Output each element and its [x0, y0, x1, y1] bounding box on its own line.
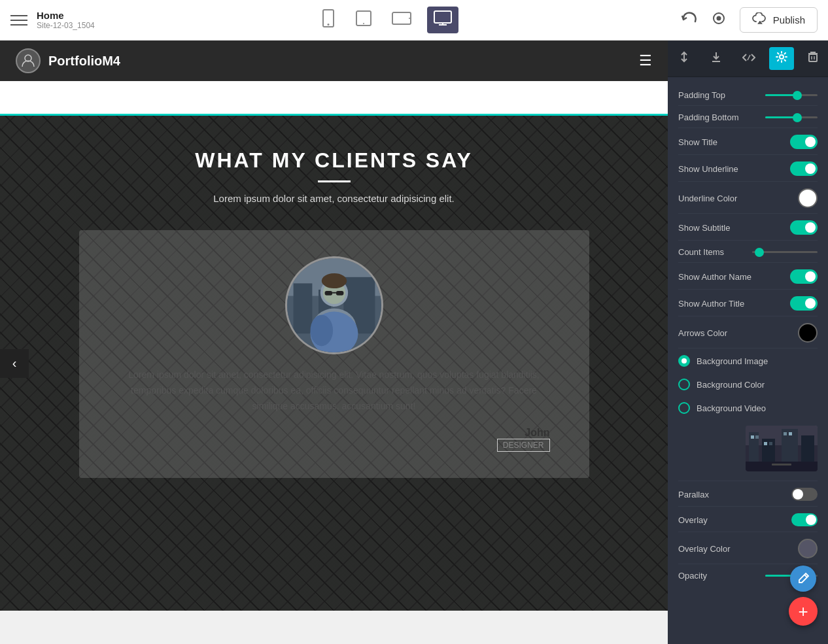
show-title-label: Show Title [678, 137, 790, 147]
padding-top-label: Padding Top [678, 90, 748, 100]
padding-bottom-slider[interactable] [748, 116, 818, 118]
show-subtitle-option: Show Subtitle [678, 215, 818, 241]
svg-rect-41 [755, 435, 759, 439]
overlay-color-swatch[interactable] [798, 539, 818, 558]
show-underline-toggle[interactable] [790, 161, 818, 176]
download-tool-button[interactable] [704, 47, 729, 70]
overlay-color-option: Overlay Color [678, 534, 818, 564]
parallax-toggle[interactable] [791, 488, 818, 501]
edit-fab-button[interactable] [790, 566, 816, 592]
count-items-option: Count Items [678, 242, 818, 263]
author-avatar [285, 256, 383, 354]
svg-rect-21 [336, 291, 343, 296]
add-icon: + [798, 603, 808, 620]
publish-button[interactable]: Publish [740, 7, 818, 33]
hero-section: ‹ WHAT MY CLIENTS SAY Lorem ipsum dolor … [0, 114, 668, 611]
show-author-title-label: Show Author Title [678, 299, 790, 309]
move-tool-button[interactable] [672, 47, 697, 70]
section-title: WHAT MY CLIENTS SAY [195, 148, 472, 173]
count-items-slider[interactable] [752, 251, 818, 253]
padding-top-option: Padding Top [678, 85, 818, 106]
svg-rect-39 [801, 435, 814, 465]
svg-rect-42 [764, 442, 767, 445]
author-title-badge: DESIGNER [497, 439, 550, 452]
bg-video-radio[interactable] [678, 402, 690, 414]
opacity-label: Opacity [678, 571, 748, 581]
count-items-label: Count Items [678, 247, 752, 257]
show-title-option: Show Title [678, 129, 818, 155]
svg-rect-43 [769, 442, 772, 445]
bg-image-label: Background Image [697, 356, 768, 366]
svg-rect-6 [434, 11, 451, 23]
svg-rect-20 [324, 291, 332, 296]
show-subtitle-label: Show Subtitle [678, 223, 790, 233]
bg-thumbnail-container [678, 423, 818, 474]
brand-name: PortfolioM4 [48, 54, 120, 69]
padding-top-slider[interactable] [748, 94, 818, 96]
overlay-color-label: Overlay Color [678, 544, 798, 554]
arrows-color-label: Arrows Color [678, 328, 798, 338]
svg-rect-4 [392, 12, 411, 24]
device-desktop[interactable] [427, 7, 458, 33]
arrows-color-swatch[interactable] [798, 323, 818, 343]
svg-rect-31 [809, 54, 817, 61]
svg-point-1 [327, 24, 329, 25]
code-tool-button[interactable] [736, 48, 762, 69]
page-content: PortfolioM4 ☰ ‹ WHAT MY CLIENTS SAY Lore… [0, 41, 668, 644]
show-author-title-toggle[interactable] [790, 296, 818, 311]
bg-color-radio[interactable] [678, 379, 690, 390]
bg-color-option[interactable]: Background Color [678, 373, 818, 396]
device-mobile[interactable] [317, 5, 339, 35]
svg-point-3 [363, 23, 364, 24]
brand-avatar [16, 48, 41, 73]
overlay-label: Overlay [678, 515, 791, 525]
show-subtitle-toggle[interactable] [790, 220, 818, 235]
top-bar-left: Home Site-12-03_1504 [10, 10, 95, 30]
show-author-name-option: Show Author Name [678, 264, 818, 290]
settings-tool-button[interactable] [769, 47, 794, 70]
device-tablet-landscape[interactable] [388, 7, 415, 33]
author-name: John [118, 427, 550, 439]
panel-toolbar [668, 41, 828, 77]
overlay-option: Overlay [678, 508, 818, 532]
show-author-name-label: Show Author Name [678, 272, 790, 282]
device-tablet[interactable] [351, 6, 376, 34]
svg-rect-46 [746, 462, 818, 471]
bg-image-radio[interactable] [678, 355, 690, 367]
site-nav-brand: PortfolioM4 [16, 48, 120, 73]
nav-hamburger-icon[interactable]: ☰ [639, 52, 652, 69]
preview-button[interactable] [710, 11, 728, 29]
bg-video-option[interactable]: Background Video [678, 397, 818, 419]
bg-image-option[interactable]: Background Image [678, 350, 818, 372]
testimonial-card: Lorem ipsum dolor sit amet, consectetur … [79, 230, 589, 478]
right-panel: Padding Top Padding Bottom [668, 41, 828, 644]
delete-tool-button[interactable] [801, 47, 825, 70]
overlay-toggle[interactable] [791, 513, 818, 526]
underline-color-swatch[interactable] [798, 188, 818, 208]
svg-point-5 [409, 18, 410, 19]
hero-content: WHAT MY CLIENTS SAY Lorem ipsum dolor si… [13, 148, 655, 491]
svg-rect-40 [751, 435, 754, 439]
site-subtitle: Site-12-03_1504 [37, 21, 95, 30]
add-fab-button[interactable]: + [789, 597, 818, 626]
site-title: Home [37, 10, 95, 21]
show-title-toggle[interactable] [790, 135, 818, 149]
device-switcher [317, 5, 458, 35]
section-underline [318, 180, 351, 182]
svg-point-25 [310, 314, 333, 346]
svg-rect-14 [293, 283, 312, 333]
prev-arrow-button[interactable]: ‹ [0, 349, 29, 378]
svg-rect-47 [772, 464, 791, 466]
publish-label: Publish [773, 14, 805, 25]
arrows-color-option: Arrows Color [678, 318, 818, 348]
undo-button[interactable] [681, 10, 698, 29]
panel-divider [678, 481, 818, 481]
site-nav: PortfolioM4 ☰ [0, 41, 668, 81]
show-underline-label: Show Underline [678, 164, 790, 174]
show-author-name-toggle[interactable] [790, 269, 818, 284]
section-subtitle: Lorem ipsum dolor sit amet, consectetur … [213, 193, 455, 204]
bg-image-thumbnail[interactable] [746, 426, 818, 471]
hamburger-menu[interactable] [10, 15, 27, 25]
svg-point-23 [321, 273, 346, 288]
show-author-title-option: Show Author Title [678, 291, 818, 316]
